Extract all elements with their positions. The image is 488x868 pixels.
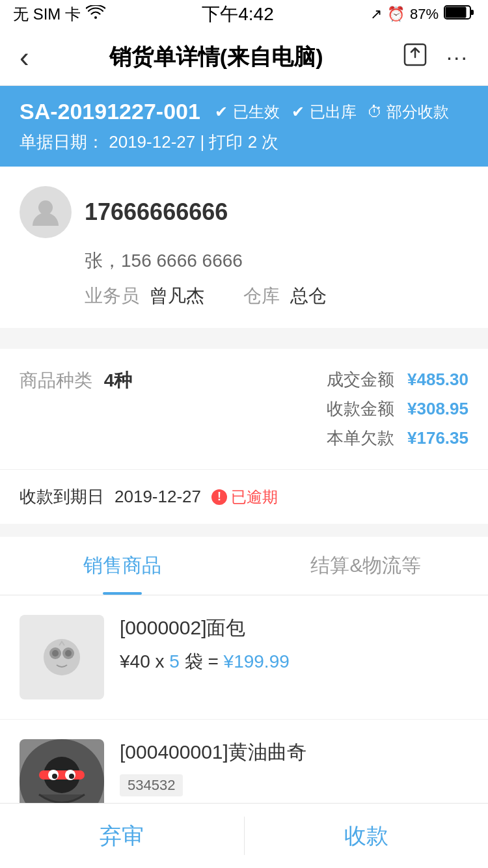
order-header: SA-20191227-001 ✔ ✔ 已生效 已生效 ✔ 已出库 ⏱ 部分收款… [0,86,488,167]
order-id: SA-20191227-001 [20,99,200,124]
debt-value: ¥176.35 [407,428,468,448]
share-icon[interactable] [403,43,427,72]
due-section: 收款到期日 2019-12-27 ! 已逾期 [0,469,488,524]
svg-rect-1 [470,10,474,15]
avatar [20,186,72,238]
order-print-label: | 打印 [200,132,247,152]
sales-value: 曾凡杰 [150,286,204,306]
tab-settlement[interactable]: 结算&物流等 [244,537,488,595]
cancel-review-button[interactable]: 弃审 [0,804,244,868]
product-name-1: [0000002]面包 [120,615,468,642]
order-date-label: 单据日期： [20,132,104,152]
collect-payment-button[interactable]: 收款 [245,804,489,868]
tab-sales-products[interactable]: 销售商品 [0,537,244,595]
customer-username: 17666666666 [85,198,228,226]
warehouse-value: 总仓 [290,286,327,306]
due-date-value: 2019-12-27 [115,487,201,507]
customer-section: 17666666666 张，156 6666 6666 业务员 曾凡杰 仓库 总… [0,167,488,328]
divider-1 [0,338,488,349]
carrier-text: 无 SIM 卡 [13,4,81,25]
customer-meta: 业务员 曾凡杰 仓库 总仓 [85,284,468,308]
status-bar: 无 SIM 卡 下午4:42 ↗ ⏰ 87% [0,0,488,29]
tabs: 销售商品 结算&物流等 [0,537,488,595]
svg-point-9 [65,650,72,657]
order-date-value: 2019-12-27 [109,132,195,152]
order-print-count: 2 [248,132,257,152]
customer-contact: 张，156 6666 6666 [85,249,468,273]
svg-point-16 [69,774,74,779]
badge-shipped: ✔ 已出库 [290,102,357,122]
product-qty-1: 5 [169,651,180,671]
svg-point-4 [38,200,53,215]
deal-value: ¥485.30 [407,370,468,390]
stats-right: 成交金额 ¥485.30 收款金额 ¥308.95 本单欠款 ¥176.35 [327,368,468,450]
product-price-1: ¥40 [120,651,150,671]
product-name-2: [000400001]黄油曲奇 [120,739,468,766]
nav-icons: ··· [403,43,468,72]
location-icon: ↗ [370,6,382,23]
product-item: [0000002]面包 ¥40 x 5 袋 = ¥199.99 [0,595,488,720]
bottom-bar: 弃审 收款 [0,803,488,868]
kind-label: 商品种类 [20,370,92,390]
status-bar-right: ↗ ⏰ 87% [370,4,475,25]
product-price-row-1: ¥40 x 5 袋 = ¥199.99 [120,649,468,674]
svg-rect-12 [39,770,85,780]
svg-point-15 [52,774,57,779]
due-date-label: 收款到期日 [20,485,104,508]
stats-section: 商品种类 4种 成交金额 ¥485.30 收款金额 ¥308.95 本单欠款 ¥… [0,349,488,469]
kind-value: 4种 [104,370,133,390]
status-bar-time: 下午4:42 [202,2,274,27]
product-unit-1: 袋 [185,651,203,671]
check-icon-1: ✔ [213,104,229,120]
overdue-badge: ! 已逾期 [211,487,278,508]
battery-text: 87% [410,6,439,23]
badge-partial-payment: ⏱ 部分收款 [367,102,449,122]
svg-point-8 [52,650,59,657]
receipt-row: 收款金额 ¥308.95 [327,398,468,420]
svg-rect-2 [446,7,467,18]
clock-icon: ⏱ [367,104,383,120]
back-button[interactable]: ‹ [20,41,29,74]
alarm-icon: ⏰ [387,6,405,23]
page-title: 销货单详情(来自电脑) [109,42,323,72]
more-icon[interactable]: ··· [446,44,468,70]
sales-label: 业务员 [85,286,139,306]
status-bar-left: 无 SIM 卡 [13,4,105,25]
product-total-1: ¥199.99 [224,651,290,671]
product-sku-2: 534532 [120,774,183,796]
battery-icon [444,4,475,25]
order-print-unit: 次 [262,132,278,152]
product-equals-1: = [208,651,223,671]
receipt-value: ¥308.95 [407,399,468,419]
product-multiply-1: x [156,651,170,671]
product-info-1: [0000002]面包 ¥40 x 5 袋 = ¥199.99 [120,615,468,674]
debt-label: 本单欠款 [327,427,394,450]
wifi-icon [86,5,105,23]
debt-row: 本单欠款 ¥176.35 [327,427,468,450]
check-icon-2: ✔ [290,104,306,120]
product-thumb-1 [20,615,104,699]
order-date-row: 单据日期： 2019-12-27 | 打印 2 次 [20,131,468,154]
overdue-text: 已逾期 [231,487,278,508]
deal-row: 成交金额 ¥485.30 [327,368,468,391]
deal-label: 成交金额 [327,368,394,391]
badge-effective: ✔ ✔ 已生效 已生效 [213,102,280,122]
receipt-label: 收款金额 [327,398,394,420]
order-badges: ✔ ✔ 已生效 已生效 ✔ 已出库 ⏱ 部分收款 [213,102,449,122]
warehouse-label: 仓库 [243,286,280,306]
nav-bar: ‹ 销货单详情(来自电脑) ··· [0,29,488,86]
divider-2 [0,524,488,537]
overdue-icon: ! [211,489,227,505]
